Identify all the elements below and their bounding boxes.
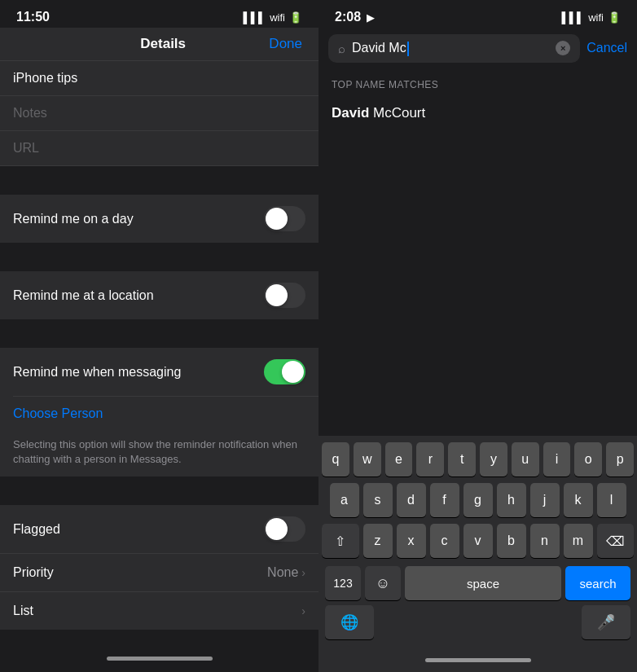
flagged-block: Flagged Priority None › List ›: [0, 505, 318, 630]
priority-chevron-icon: ›: [301, 566, 305, 579]
separator-1: [0, 166, 318, 195]
remind-messaging-toggle-thumb: [282, 361, 304, 383]
emoji-key[interactable]: ☺: [365, 566, 401, 600]
flagged-toggle[interactable]: [264, 516, 305, 542]
result-normal: McCourt: [369, 105, 425, 121]
status-time-right: 2:08 ▶: [335, 10, 374, 24]
key-f[interactable]: f: [430, 483, 459, 517]
key-n[interactable]: n: [530, 524, 560, 558]
remind-day-toggle-thumb: [266, 208, 288, 230]
search-results: TOP NAME MATCHES David McCourt: [318, 69, 637, 436]
status-time-left: 11:50: [16, 10, 50, 24]
key-s[interactable]: s: [363, 483, 393, 517]
key-z[interactable]: z: [363, 524, 393, 558]
status-bar-left: 11:50 ▌▌▌ wifi 🔋: [0, 0, 318, 28]
notes-row[interactable]: Notes: [0, 96, 318, 131]
left-panel: 11:50 ▌▌▌ wifi 🔋 Details Done iPhone tip…: [0, 0, 318, 672]
key-a[interactable]: a: [330, 483, 359, 517]
separator-4: [0, 477, 318, 505]
status-icons-left: ▌▌▌ wifi 🔋: [244, 11, 302, 24]
keyboard: q w e r t y u i o p a s d f g h j k l ⇧ …: [318, 436, 637, 648]
key-v[interactable]: v: [463, 524, 493, 558]
remind-messaging-row: Remind me when messaging: [0, 348, 318, 396]
search-bar-container: ⌕ David Mc × Cancel: [318, 28, 637, 69]
search-icon: ⌕: [338, 42, 345, 55]
cancel-button[interactable]: Cancel: [586, 41, 627, 55]
right-panel: 2:08 ▶ ▌▌▌ wifi 🔋 ⌕ David Mc × Cancel TO…: [318, 0, 637, 672]
key-c[interactable]: c: [430, 524, 459, 558]
search-key[interactable]: search: [565, 566, 630, 600]
search-input[interactable]: David Mc: [352, 41, 549, 56]
mic-key[interactable]: 🎤: [582, 605, 630, 639]
key-j[interactable]: j: [530, 483, 560, 517]
key-e[interactable]: e: [385, 442, 413, 477]
remind-day-toggle[interactable]: [264, 206, 305, 231]
keyboard-row-3: ⇧ z x c v b n m ⌫: [322, 524, 634, 558]
reminder-title-row[interactable]: iPhone tips: [0, 61, 318, 96]
home-indicator-left: [0, 644, 318, 672]
keyboard-bottom-row: 123 ☺ space search: [322, 564, 634, 602]
result-item[interactable]: David McCourt: [332, 97, 624, 130]
priority-value: None ›: [267, 565, 305, 580]
key-w[interactable]: w: [354, 442, 381, 477]
search-field[interactable]: ⌕ David Mc ×: [328, 34, 580, 63]
key-t[interactable]: t: [448, 442, 476, 477]
key-m[interactable]: m: [564, 524, 593, 558]
key-p[interactable]: p: [606, 442, 634, 477]
backspace-key[interactable]: ⌫: [597, 524, 635, 558]
notes-placeholder: Notes: [13, 106, 47, 120]
nav-bar: Details Done: [0, 28, 318, 61]
remind-messaging-label: Remind me when messaging: [13, 365, 181, 380]
key-y[interactable]: y: [480, 442, 507, 477]
home-indicator-right: [318, 648, 637, 672]
wifi-icon: wifi: [270, 11, 285, 24]
key-k[interactable]: k: [564, 483, 593, 517]
globe-key[interactable]: 🌐: [325, 605, 374, 639]
messaging-description: Selecting this option will show the remi…: [0, 431, 318, 477]
url-row[interactable]: URL: [0, 131, 318, 166]
choose-person-row[interactable]: Choose Person: [0, 397, 318, 431]
reminder-title: iPhone tips: [13, 71, 77, 85]
list-chevron-icon: ›: [301, 604, 305, 617]
key-r[interactable]: r: [416, 442, 444, 477]
status-icons-right: ▌▌▌ wifi 🔋: [562, 11, 621, 24]
cursor: [407, 42, 409, 56]
remind-day-label: Remind me on a day: [13, 212, 134, 226]
key-h[interactable]: h: [497, 483, 526, 517]
keyboard-row-2: a s d f g h j k l: [322, 483, 634, 517]
remind-messaging-toggle[interactable]: [264, 359, 305, 384]
key-l[interactable]: l: [597, 483, 626, 517]
signal-icon: ▌▌▌: [244, 11, 266, 24]
key-g[interactable]: g: [463, 483, 493, 517]
key-o[interactable]: o: [574, 442, 602, 477]
separator-3: [0, 319, 318, 348]
remind-location-toggle-thumb: [266, 284, 288, 306]
left-content: iPhone tips Notes URL Remind me on a day…: [0, 61, 318, 644]
key-b[interactable]: b: [497, 524, 526, 558]
key-d[interactable]: d: [397, 483, 426, 517]
remind-day-row: Remind me on a day: [0, 195, 318, 243]
keyboard-row-1: q w e r t y u i o p: [322, 442, 634, 477]
priority-label: Priority: [13, 565, 54, 580]
status-bar-right: 2:08 ▶ ▌▌▌ wifi 🔋: [318, 0, 637, 28]
key-q[interactable]: q: [322, 442, 349, 477]
numbers-key[interactable]: 123: [325, 566, 361, 600]
shift-key[interactable]: ⇧: [322, 524, 359, 558]
key-u[interactable]: u: [512, 442, 539, 477]
remind-location-row: Remind me at a location: [0, 271, 318, 319]
space-key[interactable]: space: [405, 566, 561, 600]
list-row[interactable]: List ›: [0, 591, 318, 630]
keyboard-extras-row: 🌐 🎤: [322, 605, 634, 639]
key-x[interactable]: x: [397, 524, 426, 558]
result-name: David McCourt: [332, 105, 425, 121]
clear-button[interactable]: ×: [556, 41, 570, 55]
key-i[interactable]: i: [543, 442, 571, 477]
remind-location-toggle[interactable]: [264, 283, 305, 308]
choose-person-label: Choose Person: [13, 406, 103, 420]
home-bar-left: [107, 657, 213, 661]
done-button[interactable]: Done: [269, 36, 302, 52]
result-bold: David: [332, 105, 369, 121]
remind-messaging-block: Remind me when messaging Choose Person S…: [0, 348, 318, 477]
priority-row[interactable]: Priority None ›: [0, 553, 318, 591]
priority-value-text: None: [267, 565, 298, 580]
